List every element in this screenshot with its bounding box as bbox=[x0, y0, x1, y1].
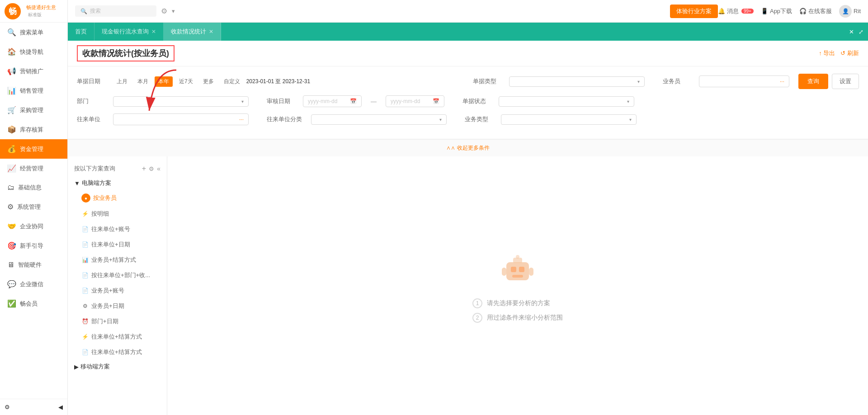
enterprise-icon: 🤝 bbox=[7, 222, 16, 231]
doc-type-select[interactable]: ▾ bbox=[509, 76, 645, 87]
scheme-item-by-salesperson[interactable]: ● 按业务员 bbox=[68, 190, 167, 206]
query-button[interactable]: 查询 bbox=[798, 74, 828, 89]
scheme-item-partner-date[interactable]: 📄 往来单位+日期 bbox=[68, 237, 167, 252]
topbar-settings-icon[interactable]: ⚙ bbox=[161, 7, 167, 15]
marketing-icon: 📢 bbox=[7, 67, 16, 75]
online-service-item[interactable]: 🎧 在线客服 bbox=[799, 7, 832, 15]
calendar-icon-2: 📅 bbox=[433, 98, 439, 104]
scheme-item-partner-dept[interactable]: 📄 按往来单位+部门+收... bbox=[68, 268, 167, 283]
scheme-item-partner-payment-2[interactable]: 📄 往来单位+结算方式 bbox=[68, 344, 167, 360]
refresh-button[interactable]: ↺ 刷新 bbox=[840, 49, 859, 57]
window-maximize-icon[interactable]: ⤢ bbox=[859, 28, 863, 35]
left-panel-header-actions: + ⚙ « bbox=[142, 165, 160, 173]
date-btn-last-month[interactable]: 上月 bbox=[113, 76, 131, 87]
scheme-item-detail[interactable]: ⚡ 按明细 bbox=[68, 206, 167, 222]
sidebar-item-wechat[interactable]: 💬 企业微信 bbox=[0, 274, 67, 294]
sidebar-item-marketing[interactable]: 📢 营销推广 bbox=[0, 61, 67, 81]
topbar-dropdown-icon[interactable]: ▾ bbox=[172, 8, 175, 14]
app-download-item[interactable]: 📱 App下载 bbox=[761, 7, 792, 15]
refresh-icon: ↺ bbox=[840, 50, 845, 57]
window-close-icon[interactable]: ✕ bbox=[849, 28, 854, 35]
partner-category-select[interactable]: ▾ bbox=[311, 114, 447, 125]
svg-rect-4 bbox=[502, 268, 506, 276]
review-date-start[interactable]: yyyy-mm-dd 📅 bbox=[303, 95, 362, 107]
scheme-item-dept-date[interactable]: ⏰ 部门+日期 bbox=[68, 314, 167, 329]
notification-item[interactable]: 🔔 消息 99+ bbox=[718, 7, 754, 15]
left-panel-title: 按以下方案查询 bbox=[74, 165, 115, 173]
scheme-group-pc-label: 电脑端方案 bbox=[82, 179, 111, 187]
scheme-item-label: 业务员+日期 bbox=[91, 302, 124, 310]
export-label: 导出 bbox=[823, 50, 835, 57]
partner-select[interactable]: ··· bbox=[113, 113, 249, 125]
user-item[interactable]: 👤 Rit bbox=[839, 5, 861, 18]
date-btn-this-year[interactable]: 本年 bbox=[155, 76, 173, 87]
doc-type-filter-label: 单据类型 bbox=[473, 77, 500, 85]
sidebar-item-finance[interactable]: 💰 资金管理 bbox=[0, 139, 67, 159]
partner-more-icon: ··· bbox=[239, 116, 244, 123]
collapse-label: 收起更多条件 bbox=[457, 145, 490, 151]
sidebar-item-member[interactable]: ✅ 畅会员 bbox=[0, 294, 67, 313]
sidebar-item-sales[interactable]: 📊 销售管理 bbox=[0, 81, 67, 100]
sidebar-item-guide[interactable]: 🎯 新手引导 bbox=[0, 236, 67, 255]
scheme-item-salesperson-payment[interactable]: 📊 业务员+结算方式 bbox=[68, 252, 167, 268]
sidebar-item-enterprise[interactable]: 🤝 企业协同 bbox=[0, 217, 67, 236]
sidebar-item-inventory[interactable]: 📦 库存核算 bbox=[0, 120, 67, 139]
app-label: App下载 bbox=[770, 7, 792, 15]
sidebar-item-search[interactable]: 🔍 搜索菜单 bbox=[0, 23, 67, 42]
scheme-settings-icon[interactable]: ⚙ bbox=[149, 165, 154, 172]
chevron-up-icon: ∧∧ bbox=[446, 145, 455, 151]
add-scheme-icon[interactable]: + bbox=[142, 165, 146, 173]
collapse-panel-icon[interactable]: « bbox=[157, 165, 160, 172]
doc-status-select[interactable]: ▾ bbox=[499, 96, 634, 107]
tab-home[interactable]: 首页 bbox=[68, 23, 94, 41]
sidebar-item-business[interactable]: 📈 经营管理 bbox=[0, 159, 67, 178]
date-btn-this-month[interactable]: 本月 bbox=[134, 76, 152, 87]
export-button[interactable]: ↑ 导出 bbox=[819, 49, 835, 57]
settings-bottom-icon[interactable]: ⚙ bbox=[5, 404, 10, 410]
review-date-end[interactable]: yyyy-mm-dd 📅 bbox=[386, 95, 444, 107]
sidebar-item-system[interactable]: ⚙ 系统管理 bbox=[0, 197, 67, 217]
page-header-actions: ↑ 导出 ↺ 刷新 bbox=[819, 49, 859, 57]
salesperson-select[interactable]: ··· bbox=[699, 75, 789, 87]
tab-bank-close-icon[interactable]: ✕ bbox=[151, 28, 156, 35]
scheme-item-partner-payment-1[interactable]: ⚡ 往来单位+结算方式 bbox=[68, 329, 167, 344]
sidebar-item-label: 基础信息 bbox=[18, 184, 42, 192]
step-2-number: 2 bbox=[472, 313, 482, 323]
collapse-sidebar-icon[interactable]: ◀ bbox=[58, 404, 63, 410]
sidebar-item-label: 经营管理 bbox=[20, 165, 43, 173]
sidebar-item-hardware[interactable]: 🖥 智能硬件 bbox=[0, 255, 67, 274]
tab-receipt-label: 收款情况统计 bbox=[171, 28, 206, 36]
scheme-group-mobile-title[interactable]: ▶ 移动端方案 bbox=[68, 360, 167, 373]
bell-icon: 🔔 bbox=[718, 8, 725, 14]
business-type-select[interactable]: ▾ bbox=[501, 114, 637, 125]
tab-bank[interactable]: 现金银行流水查询 ✕ bbox=[94, 23, 164, 41]
dept-select[interactable]: ▾ bbox=[113, 96, 249, 107]
user-avatar: 👤 bbox=[839, 5, 852, 18]
date-btn-7days[interactable]: 近7天 bbox=[175, 76, 197, 87]
search-placeholder: 搜索 bbox=[90, 7, 101, 15]
date-btn-more[interactable]: 更多 bbox=[199, 76, 217, 87]
search-topbar-icon: 🔍 bbox=[80, 8, 87, 14]
step-1-number: 1 bbox=[472, 298, 482, 308]
topbar-search[interactable]: 🔍 搜索 bbox=[75, 5, 156, 17]
system-icon: ⚙ bbox=[7, 203, 14, 211]
scheme-partner-date-icon: 📄 bbox=[81, 241, 89, 248]
sidebar-item-base[interactable]: 🗂 基础信息 bbox=[0, 178, 67, 197]
tab-receipt[interactable]: 收款情况统计 ✕ bbox=[164, 23, 221, 41]
scheme-sp-account-icon: 📄 bbox=[81, 287, 89, 294]
filter-actions: 查询 设置 bbox=[798, 74, 859, 89]
date-btn-custom[interactable]: 自定义 bbox=[220, 76, 244, 87]
industry-solution-button[interactable]: 体验行业方案 bbox=[670, 5, 718, 18]
collapse-bar[interactable]: ∧∧ 收起更多条件 bbox=[68, 139, 868, 156]
scheme-item-partner-account[interactable]: 📄 往来单位+账号 bbox=[68, 222, 167, 237]
scheme-item-salesperson-account[interactable]: 📄 业务员+账号 bbox=[68, 283, 167, 298]
scheme-group-pc-title[interactable]: ▼ 电脑端方案 bbox=[68, 176, 167, 190]
sidebar-item-purchase[interactable]: 🛒 采购管理 bbox=[0, 100, 67, 120]
scheme-item-salesperson-date[interactable]: ⚙ 业务员+日期 bbox=[68, 298, 167, 314]
scheme-dept-date-icon: ⏰ bbox=[81, 318, 89, 325]
tab-receipt-close-icon[interactable]: ✕ bbox=[209, 28, 213, 35]
expand-mobile-icon: ▶ bbox=[74, 363, 79, 370]
scheme-item-label: 部门+日期 bbox=[91, 317, 118, 325]
sidebar-item-quicknav[interactable]: 🏠 快捷导航 bbox=[0, 42, 67, 61]
setting-button[interactable]: 设置 bbox=[832, 74, 859, 89]
